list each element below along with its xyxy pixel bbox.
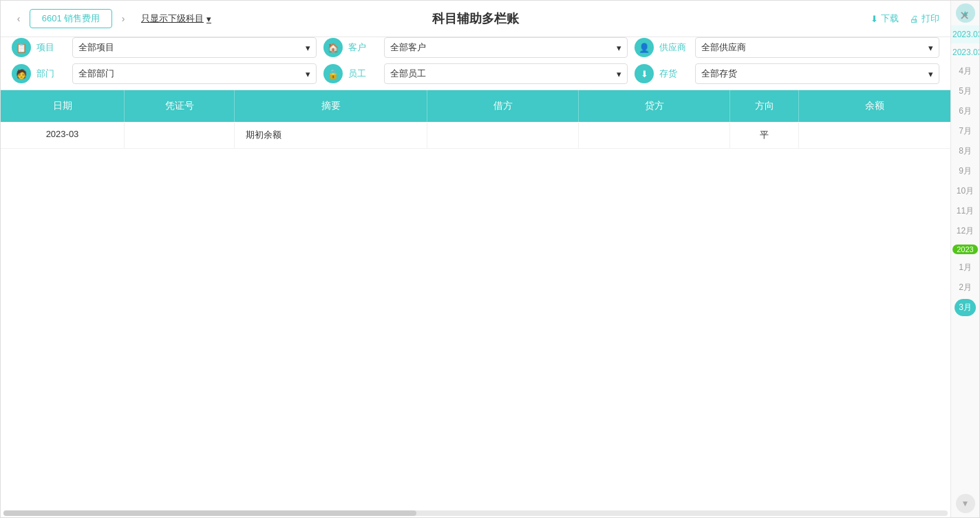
show-sub-dropdown[interactable]: 只显示下级科目 ▾ <box>141 12 211 25</box>
department-label: 部门 <box>36 68 64 80</box>
scroll-thumb[interactable] <box>3 510 416 516</box>
filter-row-1: 📋 项目 全部项目 ▾ 🏠 客户 全部客户 ▾ 👤 供应商 <box>1 37 950 63</box>
sidebar-period-10[interactable]: 10月 <box>951 181 979 201</box>
sidebar-period-12[interactable]: 12月 <box>951 221 979 241</box>
sidebar-period-4[interactable]: 4月 <box>951 61 979 81</box>
department-select[interactable]: 全部部门 ▾ <box>72 63 317 84</box>
sidebar-year-badge: 2023 <box>952 243 977 256</box>
employee-select-value: 全部员工 <box>390 68 426 80</box>
project-label: 项目 <box>36 41 64 54</box>
show-sub-arrow-icon: ▾ <box>206 14 211 24</box>
employee-select-arrow: ▾ <box>617 69 621 79</box>
table-body: 2023-03 期初余额 平 <box>1 122 950 149</box>
account-code[interactable]: 6601 销售费用 <box>30 9 112 28</box>
filter-employee: 🔒 员工 全部员工 ▾ <box>323 63 628 84</box>
row-debit <box>427 122 579 148</box>
supplier-select-value: 全部供应商 <box>701 41 746 54</box>
sidebar-period-2[interactable]: 2月 <box>951 278 979 298</box>
print-button[interactable]: 🖨 打印 <box>910 12 939 25</box>
department-select-value: 全部部门 <box>78 68 114 80</box>
supplier-select[interactable]: 全部供应商 ▾ <box>695 37 939 58</box>
header: ‹ 6601 销售费用 › 只显示下级科目 ▾ 科目辅助多栏账 ⬇ 下载 🖨 打… <box>1 1 950 37</box>
page-title: 科目辅助多栏账 <box>432 10 519 27</box>
customer-select-value: 全部客户 <box>390 41 426 54</box>
supplier-label: 供应商 <box>659 41 687 54</box>
employee-select[interactable]: 全部员工 ▾ <box>384 63 628 84</box>
col-summary: 摘要 <box>235 90 427 122</box>
col-date: 日期 <box>1 90 125 122</box>
scroll-track <box>3 510 948 516</box>
sidebar-period-1[interactable]: 1月 <box>951 258 979 278</box>
print-label: 打印 <box>922 12 939 25</box>
department-select-arrow: ▾ <box>306 69 310 79</box>
horizontal-scrollbar[interactable] <box>1 508 950 517</box>
download-label: 下载 <box>881 12 899 25</box>
col-voucher: 凭证号 <box>125 90 235 122</box>
right-sidebar: ▲ 2023.03 2023.03 4月 5月 6月 7月 8月 9月 10月 … <box>950 1 979 517</box>
nav-prev-arrow[interactable]: ‹ <box>12 12 25 25</box>
sidebar-period-11[interactable]: 11月 <box>951 201 979 221</box>
row-voucher <box>125 122 235 148</box>
col-direction: 方向 <box>730 90 799 122</box>
stock-label: 存货 <box>659 68 687 80</box>
stock-select[interactable]: 全部存货 ▾ <box>695 63 939 84</box>
filter-supplier: 👤 供应商 全部供应商 ▾ <box>635 37 939 58</box>
header-actions: ⬇ 下载 🖨 打印 <box>871 12 939 25</box>
department-icon: 🧑 <box>12 64 31 83</box>
col-debit: 借方 <box>427 90 579 122</box>
supplier-icon: 👤 <box>635 38 654 57</box>
sidebar-period-2023-03-1[interactable]: 2023.03 <box>951 25 979 43</box>
filter-row-2: 🧑 部门 全部部门 ▾ 🔒 员工 全部员工 ▾ ⬇ 存货 <box>1 63 950 90</box>
col-credit: 贷方 <box>579 90 730 122</box>
supplier-select-arrow: ▾ <box>928 43 933 53</box>
customer-label: 客户 <box>348 41 376 54</box>
table-container: 日期 凭证号 摘要 借方 贷方 方向 余额 2023-03 期初余额 平 <box>1 90 950 518</box>
table-header: 日期 凭证号 摘要 借方 贷方 方向 余额 <box>1 90 950 122</box>
row-direction: 平 <box>730 122 799 148</box>
sidebar-period-7[interactable]: 7月 <box>951 121 979 141</box>
filter-department: 🧑 部门 全部部门 ▾ <box>12 63 317 84</box>
sidebar-period-6[interactable]: 6月 <box>951 101 979 121</box>
sidebar-period-5[interactable]: 5月 <box>951 81 979 101</box>
customer-icon: 🏠 <box>323 38 343 57</box>
col-balance: 余额 <box>799 90 950 122</box>
account-nav: ‹ 6601 销售费用 › <box>12 9 130 28</box>
project-select-arrow: ▾ <box>306 43 310 53</box>
filter-stock: ⬇ 存货 全部存货 ▾ <box>635 63 939 84</box>
filter-project: 📋 项目 全部项目 ▾ <box>12 37 317 58</box>
project-select[interactable]: 全部项目 ▾ <box>72 37 317 58</box>
stock-select-value: 全部存货 <box>701 68 737 80</box>
main-content: ✕ ‹ 6601 销售费用 › 只显示下级科目 ▾ 科目辅助多栏账 ⬇ 下载 🖨 <box>1 1 950 518</box>
sidebar-period-9[interactable]: 9月 <box>951 161 979 181</box>
project-icon: 📋 <box>12 38 31 57</box>
nav-next-arrow[interactable]: › <box>116 12 130 25</box>
row-balance <box>799 122 950 148</box>
sidebar-period-8[interactable]: 8月 <box>951 141 979 161</box>
row-date: 2023-03 <box>1 122 125 148</box>
stock-icon: ⬇ <box>635 64 654 83</box>
project-select-value: 全部项目 <box>78 41 114 54</box>
print-icon: 🖨 <box>910 14 919 24</box>
sidebar-down-arrow[interactable]: ▼ <box>956 494 975 513</box>
row-credit <box>579 122 730 148</box>
download-icon: ⬇ <box>871 14 878 24</box>
employee-icon: 🔒 <box>323 64 343 83</box>
close-button[interactable]: ✕ <box>956 8 972 24</box>
sidebar-period-2023-03-2[interactable]: 2023.03 <box>951 43 979 61</box>
employee-label: 员工 <box>348 68 376 80</box>
table-row: 2023-03 期初余额 平 <box>1 122 950 149</box>
download-button[interactable]: ⬇ 下载 <box>871 12 899 25</box>
row-summary: 期初余额 <box>235 122 427 148</box>
filter-customer: 🏠 客户 全部客户 ▾ <box>323 37 628 58</box>
sidebar-period-3-selected[interactable]: 3月 <box>955 299 976 316</box>
customer-select[interactable]: 全部客户 ▾ <box>384 37 628 58</box>
stock-select-arrow: ▾ <box>928 69 933 79</box>
show-sub-label: 只显示下级科目 <box>141 12 204 25</box>
customer-select-arrow: ▾ <box>617 43 621 53</box>
